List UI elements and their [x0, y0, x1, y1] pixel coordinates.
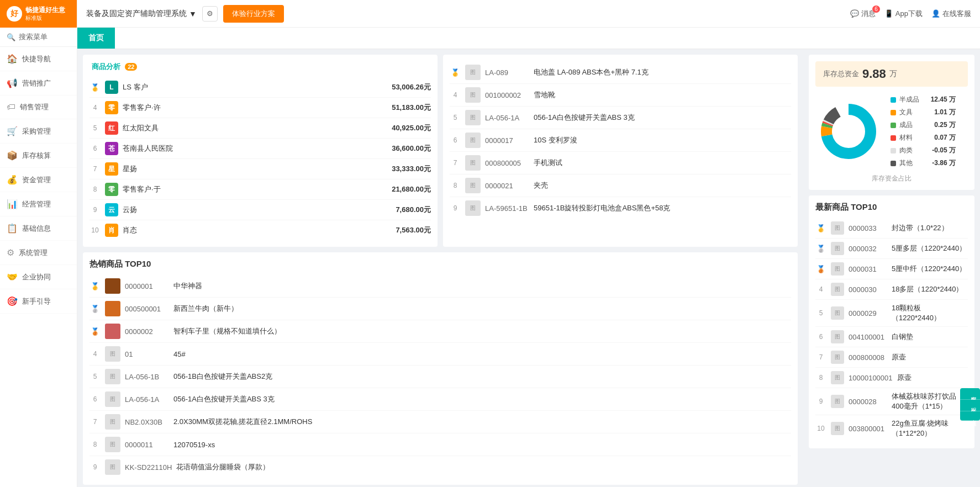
inventory-total: 库存总资金 9.88 万 — [815, 61, 968, 87]
try-btn[interactable]: 体验行业方案 — [223, 5, 284, 23]
product-thumb: 图 — [105, 369, 120, 384]
list-item: 9 云 云扬 7,680.00元 — [89, 200, 431, 220]
avatar: 苍 — [105, 142, 118, 155]
sidebar-item-marketing[interactable]: 📢 营销推广 — [0, 71, 77, 96]
legend-list: 半成品 12.45 万 文具 1.01 万 成品 0.25 万 — [891, 93, 956, 170]
system-selector[interactable]: 装备及固定资产辅助管理系统 ▼ — [86, 9, 197, 19]
medal-icon: 🥈 — [815, 245, 826, 253]
topbar: 装备及固定资产辅助管理系统 ▼ ⚙ 体验行业方案 💬 消息 6 📱 App下载 … — [77, 0, 980, 28]
logo-icon: 好 — [7, 6, 22, 22]
list-item: 7 图 000800005 手机测试 — [450, 152, 791, 174]
finance-icon: 💰 — [7, 174, 18, 185]
list-item: 4 图 0000030 18多层（1220*2440） — [815, 279, 968, 300]
operation-icon: 📊 — [7, 199, 18, 209]
list-item: 9 图 KK-SD22110H 花语萌值温分腿睡袋（厚款） — [89, 456, 791, 478]
sidebar-item-purchase[interactable]: 🛒 采购管理 — [0, 119, 77, 144]
sidebar-item-operation[interactable]: 📊 经营管理 — [0, 192, 77, 216]
sidebar-item-basic[interactable]: 📋 基础信息 — [0, 216, 77, 241]
app-download-btn[interactable]: 📱 App下载 — [884, 9, 923, 19]
list-item: 4 零 零售客户·许 51,183.00元 — [89, 98, 431, 118]
inventory-chart: 半成品 12.45 万 文具 1.01 万 成品 0.25 万 — [815, 93, 968, 170]
product-thumb: 图 — [831, 306, 844, 320]
guide-icon: 🎯 — [7, 296, 18, 306]
list-item: 🥈 000500001 新西兰牛肉（新牛） — [89, 298, 791, 320]
medal-icon: 🥇 — [89, 282, 101, 290]
system-icon: ⚙ — [7, 247, 14, 258]
dropdown-icon: ▼ — [189, 9, 197, 18]
content-left: 商品分析 22 🥇 L LS 客户 53,006.26元 4 零 — [77, 49, 803, 487]
sales-icon: 🏷 — [7, 102, 15, 112]
float-btn-community[interactable]: 服务社区 — [960, 400, 980, 411]
legend-item: 肉类 -0.05 万 — [891, 144, 956, 157]
list-item: 5 图 LA-056-1A 056-1A白色按键开关盖ABS 3克 — [450, 107, 791, 129]
hot-products-list: 🥇 0000001 中华神器 🥈 000500001 新西兰牛肉（新牛） 🥉 — [89, 275, 791, 478]
topbar-right: 💬 消息 6 📱 App下载 👤 在线客服 — [850, 9, 971, 19]
newest-products-title: 最新商品 TOP10 — [815, 202, 968, 213]
tab-home[interactable]: 首页 — [77, 28, 115, 49]
sidebar-search[interactable]: 🔍 搜索菜单 — [0, 28, 77, 47]
product-thumb: 图 — [465, 155, 481, 171]
list-item: 4 图 001000002 雪地靴 — [450, 84, 791, 107]
enterprise-icon: 🤝 — [7, 272, 18, 282]
message-badge: 6 — [872, 6, 880, 13]
online-service-btn[interactable]: 👤 在线客服 — [931, 9, 971, 19]
list-item: 🥇 图 LA-089 电池盖 LA-089 ABS本色+黑种 7.1克 — [450, 61, 791, 84]
float-btn-service[interactable]: 客服热线 — [960, 388, 980, 400]
list-item: 🥇 L LS 客户 53,006.26元 — [89, 77, 431, 98]
customer-list: 🥇 L LS 客户 53,006.26元 4 零 零售客户·许 51,183.0… — [89, 77, 431, 240]
legend-item: 半成品 12.45 万 — [891, 93, 956, 106]
hot-products-panel: 热销商品 TOP10 🥇 0000001 中华神器 🥈 000500001 新西… — [83, 252, 798, 485]
newest-products-list: 🥇 图 0000033 封边带（1.0*22） 🥈 图 0000032 5厘多层… — [815, 218, 968, 442]
search-icon: 🔍 — [7, 33, 15, 41]
sidebar: 好 畅捷通好生意 标准版 🔍 搜索菜单 🏠 快捷导航 📢 营销推广 🏷 销售管理… — [0, 0, 77, 487]
product-thumb: 图 — [831, 330, 844, 343]
legend-dot — [891, 110, 896, 115]
product-thumb: 图 — [465, 133, 481, 148]
list-item: 5 红 红太阳文具 40,925.00元 — [89, 118, 431, 139]
sidebar-item-inventory[interactable]: 📦 库存核算 — [0, 144, 77, 168]
float-buttons: 客服热线 服务社区 直播 — [960, 388, 980, 421]
list-item: 4 图 01 45# — [89, 343, 791, 366]
list-item: 9 图 LA-59651-1B 59651-1B旋转投影灯电池盒ABS黑色+58… — [450, 197, 791, 219]
list-item: 7 图 NB2.0X30B 2.0X30MM双搓花轴,搓花直径2.1MM/ROH… — [89, 411, 791, 433]
list-item: 🥈 图 0000032 5厘多层（1220*2440） — [815, 239, 968, 259]
settings-button[interactable]: ⚙ — [202, 6, 218, 22]
legend-dot — [891, 123, 896, 128]
product-list: 🥇 图 LA-089 电池盖 LA-089 ABS本色+黑种 7.1克 4 图 … — [450, 61, 791, 219]
inventory-panel: 库存总资金 9.88 万 — [809, 55, 974, 190]
product-thumb — [105, 324, 120, 339]
sidebar-item-home[interactable]: 🏠 快捷导航 — [0, 47, 77, 71]
legend-item: 成品 0.25 万 — [891, 119, 956, 131]
avatar: 零 — [105, 101, 118, 114]
message-btn[interactable]: 💬 消息 6 — [850, 9, 876, 19]
list-item: 10 图 003800001 22g鱼豆腐·烧烤味（1*12*20） — [815, 415, 968, 442]
product-thumb: 图 — [465, 110, 481, 125]
float-btn-live[interactable]: 直播 — [960, 411, 980, 421]
hot-products-title: 热销商品 TOP10 — [89, 259, 791, 269]
product-panel: 🥇 图 LA-089 电池盖 LA-089 ABS本色+黑种 7.1克 4 图 … — [443, 55, 798, 247]
phone-icon: 📱 — [884, 9, 893, 18]
avatar: 星 — [105, 162, 118, 176]
legend-dot — [891, 161, 896, 166]
legend-item: 材料 0.07 万 — [891, 131, 956, 144]
marketing-icon: 📢 — [7, 78, 18, 88]
product-thumb: 图 — [465, 65, 481, 80]
avatar: 零 — [105, 183, 118, 196]
sidebar-item-guide[interactable]: 🎯 新手引导 — [0, 289, 77, 314]
product-thumb: 图 — [465, 87, 481, 103]
sidebar-item-enterprise[interactable]: 🤝 企业协同 — [0, 265, 77, 289]
list-item: 🥉 图 0000031 5厘中纤（1220*2440） — [815, 259, 968, 279]
legend-item: 文具 1.01 万 — [891, 106, 956, 119]
product-thumb: 图 — [831, 395, 844, 408]
product-thumb: 图 — [105, 346, 120, 362]
list-item: 🥇 图 0000033 封边带（1.0*22） — [815, 218, 968, 239]
sidebar-item-system[interactable]: ⚙ 系统管理 — [0, 241, 77, 265]
sidebar-item-sales[interactable]: 🏷 销售管理 — [0, 96, 77, 119]
list-item: 6 图 004100001 白钢垫 — [815, 327, 968, 347]
list-item: 6 苍 苍南县人民医院 36,600.00元 — [89, 139, 431, 159]
product-thumb: 图 — [831, 422, 844, 435]
sidebar-item-finance[interactable]: 💰 资金管理 — [0, 168, 77, 192]
avatar: 肖 — [105, 224, 118, 237]
donut-svg — [815, 98, 882, 165]
product-thumb: 图 — [465, 200, 481, 216]
